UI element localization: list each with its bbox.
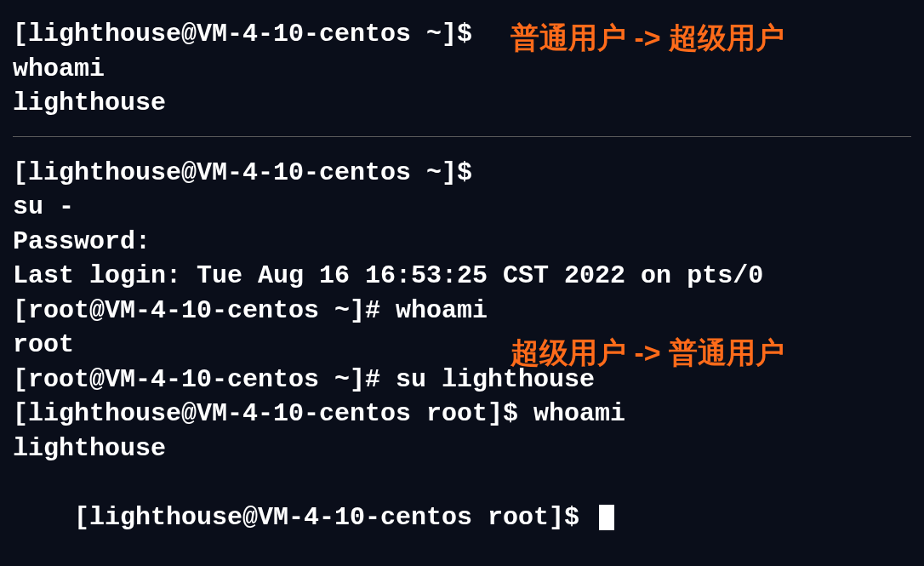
terminal-output-line: lighthouse: [13, 86, 911, 121]
terminal-prompt-line: [lighthouse@VM-4-10-centos root]$ whoami: [13, 397, 911, 432]
terminal-command-line: su -: [13, 190, 911, 225]
annotation-normal-to-super: 普通用户 -> 超级用户: [510, 19, 784, 58]
terminal-password-prompt: Password:: [13, 225, 911, 260]
terminal-login-message: Last login: Tue Aug 16 16:53:25 CST 2022…: [13, 259, 911, 294]
section-divider: [13, 136, 911, 137]
terminal-prompt-text: [lighthouse@VM-4-10-centos root]$: [74, 503, 595, 532]
terminal-prompt-with-cursor: [lighthouse@VM-4-10-centos root]$: [13, 466, 911, 566]
annotation-super-to-normal: 超级用户 -> 普通用户: [510, 334, 784, 373]
terminal-root-prompt-line: [root@VM-4-10-centos ~]# whoami: [13, 294, 911, 329]
terminal-prompt-line: [lighthouse@VM-4-10-centos ~]$: [13, 156, 911, 191]
terminal-output-line: lighthouse: [13, 432, 911, 466]
cursor-icon: [599, 505, 614, 530]
